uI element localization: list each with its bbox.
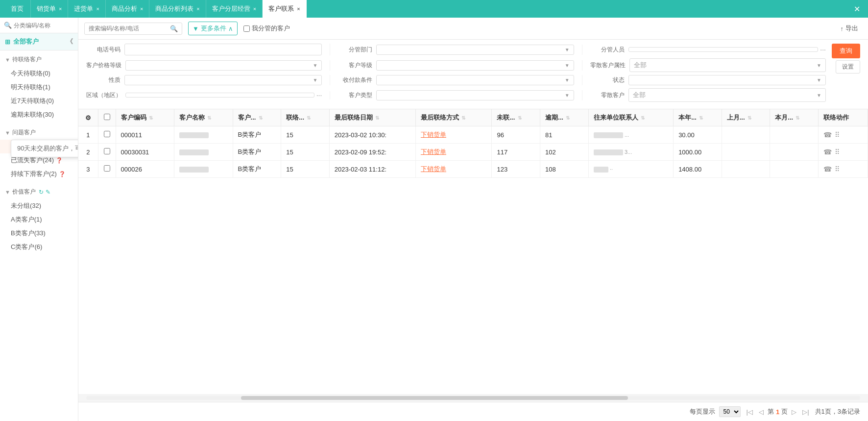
table-row: 2 00030031 B类客户 — [78, 144, 868, 161]
row-1-more-icon[interactable]: ⠿ — [835, 131, 840, 139]
sort-icon-type[interactable]: ⇅ — [259, 115, 263, 121]
sort-icon-person[interactable]: ⇅ — [641, 115, 645, 121]
row-3-contact-icon[interactable]: ☎ — [823, 165, 832, 173]
horizontal-scrollbar[interactable] — [86, 396, 860, 400]
customer-table: ⚙ 客户编码 ⇅ 客户名称 ⇅ — [78, 109, 868, 178]
sidebar-section-problem-header[interactable]: ▼ 问题客户 90天未交易的客户，可能有流失风险。 — [0, 125, 78, 140]
sort-icon-contact[interactable]: ⇅ — [307, 115, 311, 121]
sidebar-item-a-class[interactable]: A类客户(1) — [0, 213, 78, 226]
zero-retail-select[interactable]: 全部 ▼ — [628, 88, 826, 102]
sort-icon-method[interactable]: ⇅ — [461, 115, 465, 121]
window-close-button[interactable]: ✕ — [850, 4, 864, 14]
tab-product-analysis-close[interactable]: × — [140, 6, 143, 12]
region-more-icon[interactable]: ··· — [316, 91, 322, 99]
settings-button[interactable]: 设置 — [836, 60, 860, 74]
my-customers-checkbox[interactable] — [243, 25, 250, 32]
sort-icon-overdue[interactable]: ⇅ — [566, 115, 570, 121]
current-page-num: 1 — [776, 408, 779, 416]
status-select[interactable]: ▼ — [628, 75, 826, 85]
row-1-contact-icon[interactable]: ☎ — [823, 131, 832, 139]
sort-icon-unlinked[interactable]: ⇅ — [518, 115, 522, 121]
dept-select[interactable]: ▼ — [376, 45, 574, 55]
sort-icon-code[interactable]: ⇅ — [149, 115, 153, 121]
sidebar-item-tomorrow-pending[interactable]: 明天待联络(1) — [0, 80, 78, 94]
sort-icon-year[interactable]: ⇅ — [699, 115, 703, 121]
row-2-contact-icon[interactable]: ☎ — [823, 148, 832, 156]
nature-select[interactable]: ▼ — [124, 75, 322, 85]
declining-label: 持续下滑客户(2) — [11, 170, 57, 178]
manager-more-icon[interactable]: ··· — [820, 46, 826, 53]
sort-icon-last-month[interactable]: ⇅ — [747, 115, 751, 121]
sidebar-section-pending-header[interactable]: ▼ 待联络客户 — [0, 52, 78, 67]
tab-purchase-order-close[interactable]: × — [96, 6, 99, 12]
scrollbar-thumb[interactable] — [241, 396, 628, 400]
filter-search-icon[interactable]: 🔍 — [170, 25, 178, 32]
export-label: 导出 — [845, 24, 858, 33]
sidebar-item-today-pending[interactable]: 今天待联络(0) — [0, 67, 78, 80]
sort-icon-date[interactable]: ⇅ — [375, 115, 379, 121]
row-2-more-icon[interactable]: ⠿ — [835, 148, 840, 156]
customer-type-select[interactable]: ▼ — [376, 90, 574, 100]
sidebar-item-declining[interactable]: 持续下滑客户(2) ❓ — [0, 167, 78, 181]
value-edit-icon[interactable]: ✎ — [46, 189, 50, 196]
price-level-select[interactable]: ▼ — [125, 60, 322, 71]
export-btn[interactable]: ↑ 导出 — [837, 22, 863, 35]
tab-customer-contact[interactable]: 客户联系 × — [263, 0, 306, 18]
sidebar-search-input[interactable] — [14, 22, 78, 29]
payment-select[interactable]: ▼ — [376, 75, 574, 85]
tab-purchase-order[interactable]: 进货单 × — [68, 0, 105, 18]
row-2-last-method-link[interactable]: 下销货单 — [421, 148, 446, 155]
tab-home[interactable]: 首页 — [4, 0, 31, 18]
th-contact-person-label: 往来单位联系人 — [594, 114, 638, 121]
tab-customer-layering[interactable]: 客户分层经营 × — [206, 0, 263, 18]
sidebar-all-customers[interactable]: ⊞ 全部客户 《 — [0, 33, 78, 50]
tab-customer-contact-close[interactable]: × — [297, 6, 300, 12]
sort-icon-name[interactable]: ⇅ — [207, 115, 211, 121]
prev-page-btn[interactable]: ◁ — [757, 407, 766, 417]
sidebar-item-week-pending[interactable]: 近7天待联络(0) — [0, 94, 78, 108]
value-refresh-icon[interactable]: ↻ — [39, 189, 44, 196]
sidebar-item-c-class[interactable]: C类客户(6) — [0, 240, 78, 254]
manager-select[interactable] — [628, 47, 819, 52]
th-settings[interactable]: ⚙ — [78, 109, 98, 126]
region-select[interactable] — [125, 93, 314, 98]
tab-product-analysis-list[interactable]: 商品分析列表 × — [149, 0, 206, 18]
tab-customer-layering-close[interactable]: × — [253, 6, 256, 12]
row-2-unlinked-val: 117 — [497, 149, 507, 156]
th-checkbox[interactable] — [98, 109, 116, 126]
row-1-last-method-link[interactable]: 下销货单 — [421, 131, 446, 138]
first-page-btn[interactable]: |◁ — [745, 407, 755, 417]
tab-product-analysis-list-label: 商品分析列表 — [155, 4, 193, 13]
per-page-select[interactable]: 50 — [719, 406, 741, 417]
sidebar-item-overdue-pending[interactable]: 逾期未联络(30) — [0, 108, 78, 122]
tab-product-analysis-list-close[interactable]: × — [196, 6, 199, 12]
filter-field-zero-retail: 零散客户 全部 ▼ — [590, 88, 826, 102]
row-3-person-suffix: ·· — [610, 166, 613, 172]
settings-icon[interactable]: ⚙ — [85, 114, 91, 122]
last-page-btn[interactable]: ▷| — [800, 407, 811, 417]
phone-input[interactable] — [124, 44, 322, 55]
row-2-checkbox[interactable] — [104, 148, 110, 154]
tab-product-analysis[interactable]: 商品分析 × — [106, 0, 149, 18]
filter-field-customer-type: 客户类型 ▼ — [338, 90, 582, 100]
select-all-checkbox[interactable] — [104, 114, 110, 120]
row-3-checkbox[interactable] — [104, 165, 110, 172]
row-1-checkbox[interactable] — [104, 131, 110, 137]
collapse-icon[interactable]: 《 — [67, 37, 73, 46]
tab-sales-order[interactable]: 销货单 × — [31, 0, 68, 18]
payment-label: 收付款条件 — [338, 76, 372, 84]
tab-sales-order-close[interactable]: × — [59, 6, 62, 12]
sort-icon-this-month[interactable]: ⇅ — [796, 115, 799, 121]
row-3-last-method-link[interactable]: 下销货单 — [421, 165, 446, 173]
query-button[interactable]: 查询 — [832, 44, 860, 58]
more-conditions-btn[interactable]: ▼ 更多条件 ∧ — [188, 22, 238, 35]
sidebar-item-b-class[interactable]: B类客户(33) — [0, 226, 78, 240]
sidebar-section-value-header[interactable]: ▼ 价值客户 ↻ ✎ — [0, 185, 78, 199]
week-pending-label: 近7天待联络(0) — [11, 97, 54, 105]
zero-retail-attr-select[interactable]: 全部 ▼ — [629, 58, 826, 72]
filter-search-input[interactable] — [89, 25, 170, 32]
customer-level-select[interactable]: ▼ — [376, 60, 574, 71]
next-page-btn[interactable]: ▷ — [790, 407, 798, 417]
row-3-more-icon[interactable]: ⠿ — [835, 165, 840, 173]
sidebar-item-ungrouped[interactable]: 未分组(32) — [0, 199, 78, 213]
